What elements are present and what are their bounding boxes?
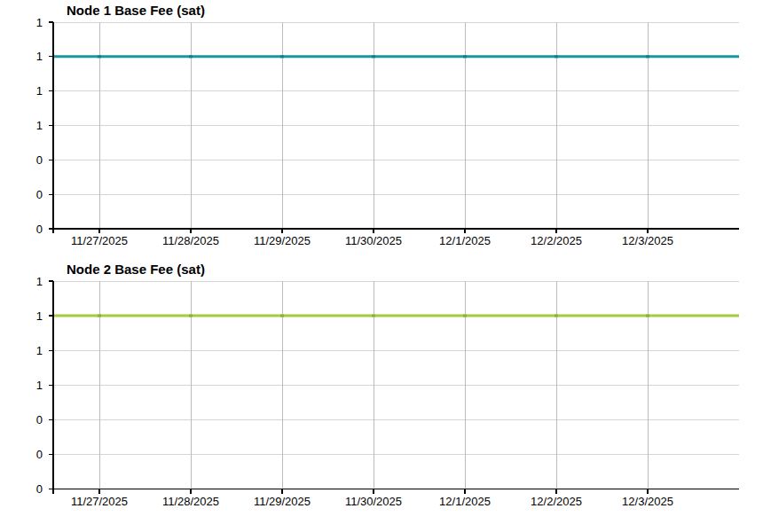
series-marker [372, 315, 375, 317]
x-tick-label: 11/29/2025 [254, 234, 311, 247]
y-tick-label: 1 [36, 119, 43, 132]
x-tick-label: 12/1/2025 [439, 495, 491, 508]
x-tick-label: 11/29/2025 [254, 495, 311, 508]
x-tick-label: 12/2/2025 [531, 495, 582, 508]
series-marker [189, 55, 193, 58]
chart-node-2-base-fee: 111100011/27/202511/28/202511/29/202511/… [0, 259, 763, 532]
y-tick-label: 0 [36, 188, 43, 201]
x-tick-label: 12/3/2025 [622, 234, 673, 247]
y-tick-label: 1 [36, 344, 43, 357]
x-tick-label: 11/28/2025 [162, 234, 219, 247]
y-tick-label: 0 [36, 448, 43, 461]
y-tick-label: 1 [36, 84, 43, 98]
y-tick-label: 1 [36, 50, 43, 63]
series-marker [280, 315, 284, 317]
x-tick-label: 12/1/2025 [439, 234, 491, 247]
series-marker [463, 55, 467, 58]
y-tick-label: 0 [36, 413, 43, 426]
x-tick-label: 11/27/2025 [71, 234, 128, 247]
x-tick-label: 11/27/2025 [71, 495, 128, 508]
series-marker [463, 315, 467, 317]
series-marker [372, 55, 375, 58]
series-marker [646, 55, 649, 58]
x-tick-label: 12/2/2025 [531, 234, 582, 247]
y-tick-label: 1 [36, 275, 43, 288]
x-tick-label: 11/28/2025 [162, 495, 219, 508]
y-tick-label: 0 [36, 223, 43, 236]
plot-node-1-base-fee: 111100011/27/202511/28/202511/29/202511/… [0, 0, 763, 257]
y-tick-label: 1 [36, 16, 43, 29]
chart-title: Node 2 Base Fee (sat) [67, 262, 205, 278]
plot-node-2-base-fee: 111100011/27/202511/28/202511/29/202511/… [0, 259, 763, 532]
series-marker [98, 55, 101, 58]
series-marker [646, 315, 649, 317]
chart-title: Node 1 Base Fee (sat) [67, 3, 205, 19]
y-tick-label: 1 [36, 379, 43, 392]
base-fee-dashboard: 111100011/27/202511/28/202511/29/202511/… [0, 0, 763, 532]
x-tick-label: 12/3/2025 [622, 495, 673, 508]
y-tick-label: 0 [36, 153, 43, 167]
series-marker [555, 55, 558, 58]
series-marker [189, 315, 193, 317]
x-tick-label: 11/30/2025 [345, 234, 402, 247]
series-marker [280, 55, 284, 58]
chart-node-1-base-fee: 111100011/27/202511/28/202511/29/202511/… [0, 0, 763, 257]
x-tick-label: 11/30/2025 [345, 495, 402, 508]
series-marker [98, 315, 101, 317]
y-tick-label: 0 [36, 482, 43, 496]
y-tick-label: 1 [36, 309, 43, 323]
series-marker [555, 315, 558, 317]
